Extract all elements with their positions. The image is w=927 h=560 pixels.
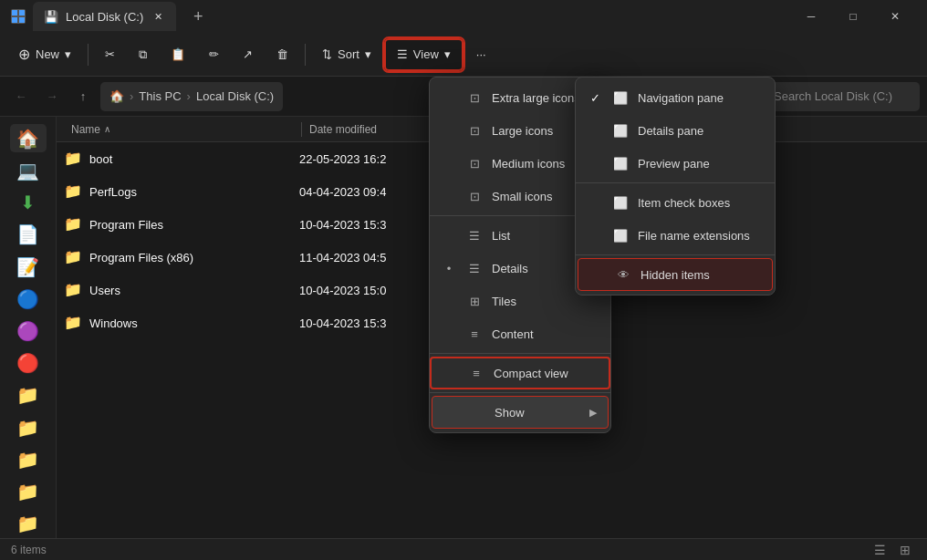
breadcrumb-thispc: This PC (139, 89, 181, 103)
delete-button[interactable]: 🗑 (266, 38, 299, 71)
file-date: 22-05-2023 16:2 (299, 152, 445, 166)
sidebar-item-downloads[interactable]: ⬇ (10, 188, 47, 216)
extra-large-label: Extra large icons (492, 91, 580, 105)
up-button[interactable]: ↑ (69, 83, 97, 110)
breadcrumb-drive: Local Disk (C:) (196, 89, 274, 103)
show-menu-item-hidden-items[interactable]: 👁 Hidden items (578, 258, 773, 291)
file-extensions-icon: ⬜ (612, 229, 629, 243)
sidebar-item-notes[interactable]: 📝 (10, 253, 47, 281)
compact-label: Compact view (494, 367, 568, 380)
medium-label: Medium icons (492, 157, 565, 171)
show-arrow-icon: ▶ (589, 407, 597, 419)
maximize-button[interactable]: □ (832, 0, 874, 33)
sidebar-item-app3[interactable]: 🔴 (10, 349, 47, 378)
menu-item-content[interactable]: ≡ Content (430, 317, 610, 350)
minimize-button[interactable]: ─ (790, 0, 832, 33)
folder-icon: 📁 (64, 182, 82, 201)
cut-button[interactable]: ✂ (94, 38, 126, 71)
share-icon: ↗ (243, 47, 253, 61)
check-nav-pane: ✓ (587, 91, 603, 105)
new-icon: ⊕ (18, 46, 30, 63)
sidebar-item-docs[interactable]: 📄 (10, 221, 47, 249)
sort-button[interactable]: ⇅ Sort ▾ (311, 38, 382, 71)
check-details: • (441, 262, 457, 275)
view-button[interactable]: ☰ View ▾ (384, 38, 464, 71)
view-label: View (413, 47, 439, 61)
show-menu-item-preview-pane[interactable]: ⬜ Preview pane (576, 147, 775, 180)
breadcrumb[interactable]: 🏠 › This PC › Local Disk (C:) (100, 82, 283, 111)
title-bar: 💾 Local Disk (C:) ✕ + ─ □ ✕ (0, 0, 927, 33)
grid-view-toggle[interactable]: ⊞ (894, 539, 916, 561)
show-menu-item-file-extensions[interactable]: ⬜ File name extensions (576, 219, 775, 252)
copy-button[interactable]: ⧉ (128, 38, 158, 71)
toolbar-sep-2 (305, 44, 306, 66)
sidebar-item-folder1[interactable]: 📁 (10, 381, 47, 410)
file-date: 10-04-2023 15:0 (299, 284, 445, 297)
menu-sep-2 (430, 353, 610, 354)
app-icon (11, 9, 26, 24)
view-toggles: ☰ ⊞ (869, 539, 916, 561)
sidebar-item-folder2[interactable]: 📁 (10, 413, 47, 441)
active-tab[interactable]: 💾 Local Disk (C:) ✕ (33, 2, 176, 31)
more-button[interactable]: ··· (465, 38, 497, 71)
share-button[interactable]: ↗ (232, 38, 264, 71)
back-button[interactable]: ← (7, 83, 35, 110)
details-label: Details (492, 262, 528, 275)
preview-pane-icon: ⬜ (612, 157, 629, 171)
show-menu-item-nav-pane[interactable]: ✓ ⬜ Navigation pane (576, 81, 775, 114)
col-name-header[interactable]: Name ∧ (64, 123, 301, 136)
show-menu-item-item-checkboxes[interactable]: ⬜ Item check boxes (576, 186, 775, 219)
folder-icon: 📁 (64, 150, 82, 168)
file-date: 10-04-2023 15:3 (299, 316, 445, 330)
menu-item-compact[interactable]: ≡ Compact view (430, 357, 610, 389)
list-label: List (492, 229, 510, 243)
forward-button[interactable]: → (38, 83, 66, 110)
more-icon: ··· (476, 47, 486, 61)
file-name: Program Files (89, 218, 299, 232)
paste-button[interactable]: 📋 (160, 38, 196, 71)
sidebar-item-folder5[interactable]: 📁 (10, 510, 47, 538)
close-window-button[interactable]: ✕ (874, 0, 916, 33)
tab-drive-icon: 💾 (44, 10, 58, 24)
paste-icon: 📋 (171, 47, 185, 61)
tiles-icon: ⊞ (466, 295, 483, 308)
nav-pane-label: Navigation pane (638, 91, 724, 105)
details-icon: ☰ (466, 262, 483, 275)
sidebar-item-computer[interactable]: 💻 (10, 156, 47, 184)
small-label: Small icons (492, 190, 552, 203)
copy-icon: ⧉ (139, 47, 147, 62)
breadcrumb-sep-1: › (130, 89, 133, 103)
preview-pane-label: Preview pane (638, 157, 710, 171)
rename-button[interactable]: ✏ (198, 38, 230, 71)
sidebar-item-folder4[interactable]: 📁 (10, 478, 47, 506)
svg-rect-0 (12, 10, 17, 16)
col-date-header[interactable]: Date modified (302, 123, 448, 136)
file-name: Users (89, 284, 299, 297)
svg-rect-1 (19, 10, 25, 16)
list-view-toggle[interactable]: ☰ (869, 539, 891, 561)
tab-close-button[interactable]: ✕ (151, 9, 165, 24)
file-name: PerfLogs (89, 185, 299, 199)
new-label: New (36, 47, 59, 61)
hidden-items-label: Hidden items (641, 268, 710, 282)
sidebar-item-app2[interactable]: 🟣 (10, 316, 47, 345)
nav-pane-icon: ⬜ (612, 91, 629, 105)
sidebar-item-home[interactable]: 🏠 (10, 124, 47, 152)
content-icon: ≡ (466, 327, 483, 341)
sidebar-item-app1[interactable]: 🔵 (10, 285, 47, 313)
medium-icon: ⊡ (466, 157, 483, 171)
new-button[interactable]: ⊕ New ▾ (7, 38, 82, 71)
show-label: Show (495, 406, 525, 420)
item-checkboxes-icon: ⬜ (612, 196, 629, 210)
sidebar-item-folder3[interactable]: 📁 (10, 445, 47, 473)
menu-item-show[interactable]: Show ▶ (432, 396, 609, 429)
new-tab-button[interactable]: + (183, 2, 213, 31)
item-checkboxes-label: Item check boxes (638, 196, 730, 210)
menu-sep-3 (430, 392, 610, 393)
delete-icon: 🗑 (276, 47, 288, 61)
folder-icon: 📁 (64, 314, 82, 332)
file-date: 10-04-2023 15:3 (299, 218, 445, 232)
sidebar: 🏠 💻 ⬇ 📄 📝 🔵 🟣 🔴 📁 📁 📁 📁 📁 (0, 117, 57, 538)
show-menu-item-details-pane[interactable]: ⬜ Details pane (576, 114, 775, 147)
toolbar: ⊕ New ▾ ✂ ⧉ 📋 ✏ ↗ 🗑 ⇅ Sort ▾ ☰ View ▾ ··… (0, 33, 927, 77)
